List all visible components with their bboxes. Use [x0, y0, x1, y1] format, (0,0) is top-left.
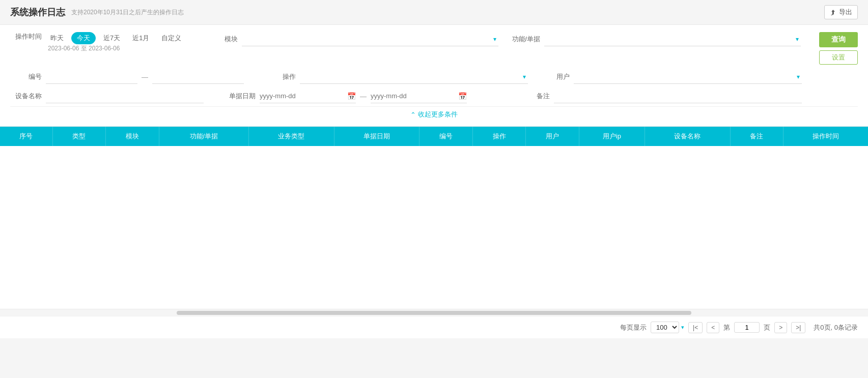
device-input-wrapper: [46, 89, 204, 103]
time-buttons: 昨天 今天 近7天 近1月 自定义: [46, 32, 186, 44]
pagination: 每页显示 10 20 50 100 200 ▾ |< < 第 页 > >| 共0…: [0, 316, 868, 338]
operation-select-wrapper: ▾: [300, 70, 528, 84]
last-page-btn[interactable]: >|: [791, 322, 805, 333]
settings-button[interactable]: 设置: [819, 50, 858, 65]
module-select[interactable]: [242, 35, 498, 43]
col-remark: 备注: [730, 127, 783, 146]
col-op-time: 操作时间: [783, 127, 868, 146]
col-device: 设备名称: [645, 127, 730, 146]
function-select-wrapper: ▾: [544, 32, 801, 46]
collapse-label: 收起更多条件: [418, 110, 458, 119]
doc-date-from-input[interactable]: [260, 92, 345, 100]
device-label: 设备名称: [10, 92, 46, 101]
time-btn-today[interactable]: 今天: [71, 32, 96, 44]
export-button[interactable]: ⮭ 导出: [824, 5, 858, 19]
horizontal-scrollbar[interactable]: [0, 309, 868, 316]
col-module: 模块: [106, 127, 159, 146]
collapse-icon: ⌃: [410, 111, 416, 119]
next-page-btn[interactable]: >: [774, 322, 787, 333]
page-size-select[interactable]: 10 20 50 100 200: [651, 322, 679, 333]
page-size-dropdown-icon: ▾: [681, 324, 684, 331]
remark-input[interactable]: [554, 92, 802, 100]
col-operation: 操作: [472, 127, 525, 146]
page-size-label: 每页显示: [620, 323, 647, 332]
page-number-input[interactable]: [734, 322, 760, 333]
time-btn-custom[interactable]: 自定义: [157, 32, 186, 44]
user-select-wrapper: ▾: [574, 70, 802, 84]
function-select[interactable]: [544, 35, 801, 43]
total-info: 共0页, 0条记录: [814, 323, 858, 332]
number-from-wrapper: [46, 70, 137, 84]
page-subtitle: 支持2020年10月31日之后产生的操作日志: [71, 8, 184, 17]
number-from-input[interactable]: [46, 73, 137, 80]
action-buttons: 查询 设置: [819, 32, 858, 65]
data-table: 序号 类型 模块 功能/单据 业务类型 单据日期 编号 操作 用户 用户ip 设…: [0, 127, 868, 146]
filter-panel: 操作时间 昨天 今天 近7天 近1月 自定义 2023-06-06 至 2023…: [0, 25, 868, 127]
device-input[interactable]: [46, 92, 204, 100]
operation-label: 操作: [264, 72, 300, 81]
collapse-button[interactable]: ⌃ 收起更多条件: [10, 106, 858, 122]
col-biz-type: 业务类型: [249, 127, 334, 146]
time-btn-7days[interactable]: 近7天: [99, 32, 125, 44]
module-label: 模块: [206, 35, 242, 44]
doc-date-to-input[interactable]: [371, 92, 456, 100]
function-label: 功能/单据: [509, 35, 544, 44]
doc-date-from-wrapper: 📅: [260, 89, 356, 103]
doc-date-label: 单据日期: [224, 92, 260, 101]
empty-area: [0, 146, 868, 309]
number-to-wrapper: [152, 70, 244, 84]
time-label: 操作时间: [10, 32, 46, 41]
page-label: 第: [723, 323, 730, 332]
module-select-wrapper: ▾: [242, 32, 498, 46]
calendar-to-icon[interactable]: 📅: [458, 92, 467, 100]
user-select[interactable]: [574, 73, 802, 80]
remark-input-wrapper: [554, 89, 802, 103]
number-to-input[interactable]: [152, 73, 244, 80]
col-number: 编号: [419, 127, 472, 146]
number-dash: —: [142, 73, 148, 81]
page-title: 系统操作日志: [10, 6, 65, 18]
number-label: 编号: [10, 72, 46, 81]
page-unit: 页: [764, 323, 770, 332]
calendar-from-icon[interactable]: 📅: [347, 92, 356, 100]
user-label: 用户: [538, 72, 574, 81]
remark-label: 备注: [518, 92, 554, 101]
operation-select[interactable]: [300, 73, 528, 80]
doc-date-to-wrapper: 📅: [371, 89, 467, 103]
time-range: 2023-06-06 至 2023-06-06: [48, 44, 186, 53]
col-function: 功能/单据: [159, 127, 248, 146]
page-header: 系统操作日志 支持2020年10月31日之后产生的操作日志 ⮭ 导出: [0, 0, 868, 25]
query-button[interactable]: 查询: [819, 32, 858, 47]
col-doc-date: 单据日期: [334, 127, 419, 146]
col-seq: 序号: [0, 127, 52, 146]
doc-date-dash: —: [360, 93, 367, 100]
prev-page-btn[interactable]: <: [707, 322, 719, 333]
table-header-row: 序号 类型 模块 功能/单据 业务类型 单据日期 编号 操作 用户 用户ip 设…: [0, 127, 868, 146]
time-btn-yesterday[interactable]: 昨天: [46, 32, 68, 44]
time-btn-1month[interactable]: 近1月: [128, 32, 154, 44]
export-icon: ⮭: [830, 8, 837, 16]
first-page-btn[interactable]: |<: [688, 322, 703, 333]
col-type: 类型: [52, 127, 105, 146]
export-label: 导出: [839, 8, 852, 17]
col-user: 用户: [526, 127, 579, 146]
col-user-ip: 用户ip: [579, 127, 645, 146]
scroll-thumb[interactable]: [177, 311, 691, 315]
table-container: 序号 类型 模块 功能/单据 业务类型 单据日期 编号 操作 用户 用户ip 设…: [0, 127, 868, 309]
